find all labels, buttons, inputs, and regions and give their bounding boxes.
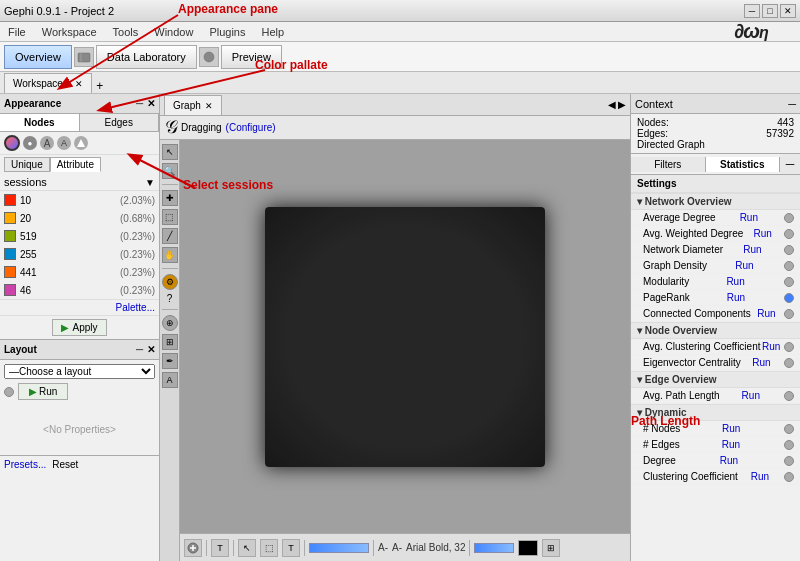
color-gradient-bar2 [474,543,514,553]
menu-plugins[interactable]: Plugins [205,24,249,40]
tool-hand[interactable]: ✋ [162,247,178,263]
layout-close-button[interactable]: ✕ [147,344,155,355]
modularity-run[interactable]: Run [726,276,744,287]
avg-path-length-run[interactable]: Run [742,390,760,401]
menu-tools[interactable]: Tools [109,24,143,40]
network-overview-header[interactable]: ▾ Network Overview [631,193,800,210]
tool-extra4[interactable]: A [162,372,178,388]
reset-link[interactable]: Reset [52,459,78,470]
avg-degree-run[interactable]: Run [740,212,758,223]
tool-question[interactable]: ? [167,293,173,304]
appearance-pane: Appearance ─ ✕ Nodes Edges ● A A [0,94,159,339]
color-label-3: 255 [20,249,116,260]
size-icon[interactable]: ● [23,136,37,150]
title-bar: Gephi 0.9.1 - Project 2 ─ □ ✕ [0,0,800,22]
attribute-tab[interactable]: Attribute [50,157,101,172]
font-size-label2: A- [392,542,402,553]
tool-path[interactable]: ╱ [162,228,178,244]
nodes-tab[interactable]: Nodes [0,114,80,131]
filters-tab[interactable]: Filters [631,157,706,172]
eigenvector-run[interactable]: Run [752,357,770,368]
tool-extra3[interactable]: ✒ [162,353,178,369]
color-item-3[interactable]: 255 (0.23%) [0,245,159,263]
clustering-coeff-run[interactable]: Run [751,471,769,482]
avg-clustering-row: Avg. Clustering Coefficient Run [631,339,800,355]
dynamic-header[interactable]: ▾ Dynamic [631,404,800,421]
add-workspace-button[interactable]: + [96,79,103,93]
menu-help[interactable]: Help [257,24,288,40]
tool-extra2[interactable]: ⊞ [162,334,178,350]
node-overview-header[interactable]: ▾ Node Overview [631,322,800,339]
unique-tab[interactable]: Unique [4,157,50,172]
color-item-0[interactable]: 10 (2.03%) [0,191,159,209]
tool-cursor[interactable]: ↖ [162,144,178,160]
preview-button[interactable]: Preview [221,45,282,69]
graph-tab-close-button[interactable]: ✕ [205,101,213,111]
bottom-color-box[interactable] [518,540,538,556]
degree-run[interactable]: Run [720,455,738,466]
appearance-minimize-button[interactable]: ─ [136,98,143,109]
layout-minimize-button[interactable]: ─ [136,344,143,355]
network-diameter-run[interactable]: Run [743,244,761,255]
menu-window[interactable]: Window [150,24,197,40]
color-icon[interactable] [4,135,20,151]
sessions-dropdown[interactable]: ▼ [145,177,155,188]
connected-components-run[interactable]: Run [757,308,775,319]
workspace-tab-close[interactable]: ✕ [75,79,83,89]
appearance-close-button[interactable]: ✕ [147,98,155,109]
edge-overview-header[interactable]: ▾ Edge Overview [631,371,800,388]
tool-extra1[interactable]: ⊕ [162,315,178,331]
edges-tab[interactable]: Edges [80,114,160,131]
label-color-icon[interactable]: A [40,136,54,150]
run-button[interactable]: ▶ Run [18,383,68,400]
main-toolbar: Overview Data Laboratory Preview [0,42,800,72]
tool-select[interactable]: ⬚ [162,209,178,225]
pagerank-run[interactable]: Run [727,292,745,303]
graph-density-run[interactable]: Run [735,260,753,271]
avg-weighted-degree-run[interactable]: Run [753,228,771,239]
color-item-2[interactable]: 519 (0.23%) [0,227,159,245]
layout-pane: Layout ─ ✕ —Choose a layout ▶ Run [0,339,159,473]
graph-nav-prev[interactable]: ◀ [608,99,616,110]
tool-settings[interactable]: ⚙ [162,274,178,290]
presets-link[interactable]: Presets... [4,459,46,470]
stats-close-button[interactable]: ─ [780,154,800,174]
apply-button[interactable]: ▶ Apply [52,319,106,336]
configure-link[interactable]: (Configure) [226,122,276,133]
context-graph-type-row: Directed Graph [637,139,794,150]
color-item-4[interactable]: 441 (0.23%) [0,263,159,281]
color-label-1: 20 [20,213,116,224]
color-item-5[interactable]: 46 (0.23%) [0,281,159,299]
menu-workspace[interactable]: Workspace [38,24,101,40]
font-name: Arial Bold, 32 [406,542,465,553]
avg-clustering-run[interactable]: Run [762,341,780,352]
graph-area[interactable] [180,140,630,533]
context-graph-type: Directed Graph [637,139,705,150]
bottom-text2-icon[interactable]: T [282,539,300,557]
num-nodes-run[interactable]: Run [722,423,740,434]
layout-select[interactable]: —Choose a layout [4,364,155,379]
context-bar: Context ─ [631,94,800,114]
statistics-tab[interactable]: Statistics [706,157,781,172]
workspace-tab[interactable]: Workspace 1 ✕ [4,73,92,93]
bottom-select-icon[interactable]: ⬚ [260,539,278,557]
bottom-cursor-icon[interactable]: ↖ [238,539,256,557]
graph-tab[interactable]: Graph ✕ [164,95,222,115]
bottom-add-icon[interactable] [184,539,202,557]
context-minimize-button[interactable]: ─ [788,98,796,110]
shape-icon[interactable] [74,136,88,150]
num-edges-run[interactable]: Run [722,439,740,450]
tool-move[interactable]: ✚ [162,190,178,206]
menu-file[interactable]: File [4,24,30,40]
bottom-expand-icon[interactable]: ⊞ [542,539,560,557]
data-laboratory-button[interactable]: Data Laboratory [96,45,197,69]
overview-button[interactable]: Overview [4,45,72,69]
bottom-text-icon[interactable]: T [211,539,229,557]
palette-link[interactable]: Palette... [116,302,155,313]
graph-nav-next[interactable]: ▶ [618,99,626,110]
tool-magnify[interactable]: 🔍 [162,163,178,179]
svg-marker-3 [77,139,85,147]
graph-nav: ◀ ▶ [608,99,630,110]
label-size-icon[interactable]: A [57,136,71,150]
color-item-1[interactable]: 20 (0.68%) [0,209,159,227]
